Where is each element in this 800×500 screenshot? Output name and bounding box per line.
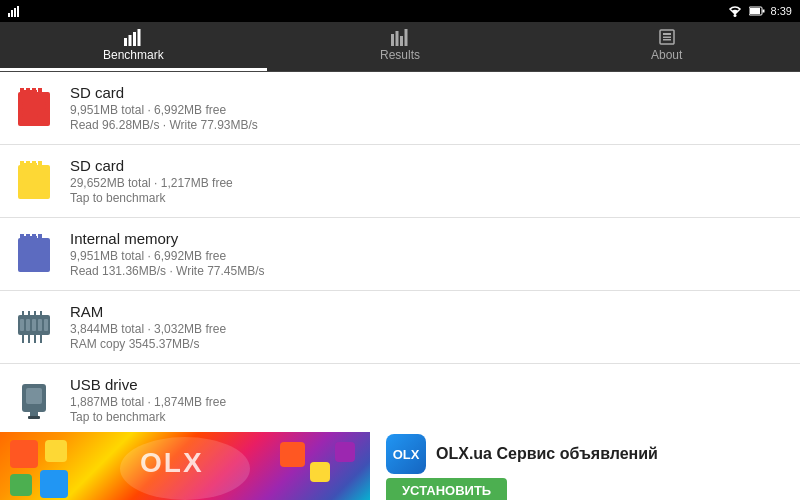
ram-text: RAM 3,844MB total · 3,032MB free RAM cop… — [70, 303, 784, 351]
svg-rect-60 — [38, 319, 42, 331]
about-icon — [658, 28, 676, 46]
sd-card-2-icon — [16, 161, 56, 201]
ad-logo-circle: OLX — [386, 434, 426, 474]
tab-bar: Benchmark Results About — [0, 22, 800, 72]
list-item-internal-memory[interactable]: Internal memory 9,951MB total · 6,992MB … — [0, 218, 800, 291]
svg-rect-42 — [34, 163, 37, 171]
svg-rect-40 — [24, 163, 27, 171]
svg-rect-38 — [22, 181, 46, 184]
svg-rect-59 — [32, 319, 36, 331]
results-icon — [390, 28, 410, 46]
svg-rect-18 — [663, 37, 671, 39]
svg-rect-17 — [663, 33, 671, 35]
svg-rect-63 — [28, 335, 30, 343]
ad-left-artwork: OLX — [0, 432, 370, 500]
ram-icon — [16, 307, 56, 347]
sd-card-1-icon — [16, 88, 56, 128]
svg-rect-53 — [29, 236, 32, 244]
svg-rect-12 — [391, 34, 394, 46]
ad-logo-text: OLX — [393, 447, 420, 462]
ram-subtitle: 3,844MB total · 3,032MB free — [70, 322, 784, 336]
svg-rect-0 — [8, 13, 10, 17]
sd-card-2-text: SD card 29,652MB total · 1,217MB free Ta… — [70, 157, 784, 205]
svg-rect-64 — [34, 335, 36, 343]
ad-banner[interactable]: OLX OLX OLX.ua Сервис объявлений УСТАНОВ… — [0, 432, 800, 500]
results-tab-label: Results — [380, 48, 420, 62]
svg-rect-7 — [762, 10, 764, 13]
svg-rect-13 — [396, 31, 399, 46]
ad-right-content: OLX OLX.ua Сервис объявлений УСТАНОВИТЬ — [370, 432, 800, 500]
svg-rect-50 — [22, 254, 46, 257]
time-display: 8:39 — [771, 5, 792, 17]
svg-rect-65 — [40, 335, 42, 343]
svg-point-4 — [733, 14, 736, 17]
signal-icon — [8, 5, 22, 17]
svg-rect-37 — [22, 175, 46, 178]
usb-drive-text: USB drive 1,887MB total · 1,874MB free T… — [70, 376, 784, 424]
list-item-ram[interactable]: RAM 3,844MB total · 3,032MB free RAM cop… — [0, 291, 800, 364]
svg-rect-43 — [39, 163, 42, 171]
svg-rect-58 — [26, 319, 30, 331]
tab-benchmark[interactable]: Benchmark — [0, 22, 267, 71]
list-item-sd-card-2[interactable]: SD card 29,652MB total · 1,217MB free Ta… — [0, 145, 800, 218]
internal-memory-subtitle: 9,951MB total · 6,992MB free — [70, 249, 784, 263]
svg-rect-41 — [29, 163, 32, 171]
svg-rect-54 — [34, 236, 37, 244]
svg-rect-27 — [22, 114, 38, 117]
svg-rect-39 — [22, 187, 38, 190]
svg-rect-73 — [28, 416, 40, 419]
status-bar-right: 8:39 — [727, 5, 792, 17]
svg-rect-67 — [28, 311, 30, 315]
sd-card-2-title: SD card — [70, 157, 784, 174]
tab-about[interactable]: About — [533, 22, 800, 71]
sd-card-1-subtitle: 9,951MB total · 6,992MB free — [70, 103, 784, 117]
usb-drive-detail: Tap to benchmark — [70, 410, 784, 424]
ad-install-button[interactable]: УСТАНОВИТЬ — [386, 478, 507, 500]
list-item-sd-card-1[interactable]: SD card 9,951MB total · 6,992MB free Rea… — [0, 72, 800, 145]
benchmark-tab-label: Benchmark — [103, 48, 164, 62]
svg-rect-3 — [17, 6, 19, 17]
internal-memory-title: Internal memory — [70, 230, 784, 247]
usb-drive-title: USB drive — [70, 376, 784, 393]
svg-rect-6 — [750, 8, 760, 14]
benchmark-icon — [123, 28, 143, 46]
svg-rect-28 — [24, 90, 27, 98]
usb-drive-subtitle: 1,887MB total · 1,874MB free — [70, 395, 784, 409]
svg-rect-10 — [133, 32, 136, 46]
ad-logo: OLX OLX.ua Сервис объявлений — [386, 434, 658, 474]
sd-card-1-text: SD card 9,951MB total · 6,992MB free Rea… — [70, 84, 784, 132]
svg-rect-31 — [39, 90, 42, 98]
svg-rect-45 — [20, 234, 24, 244]
svg-rect-21 — [20, 88, 24, 98]
usb-drive-icon — [16, 380, 56, 420]
svg-rect-29 — [29, 90, 32, 98]
svg-rect-69 — [40, 311, 42, 315]
svg-rect-51 — [22, 260, 38, 263]
svg-rect-55 — [39, 236, 42, 244]
internal-memory-icon — [16, 234, 56, 274]
status-bar: 8:39 — [0, 0, 800, 22]
sd-card-1-detail: Read 96.28MB/s · Write 77.93MB/s — [70, 118, 784, 132]
svg-rect-49 — [22, 248, 46, 251]
ram-detail: RAM copy 3545.37MB/s — [70, 337, 784, 351]
sd-card-2-detail: Tap to benchmark — [70, 191, 784, 205]
ram-title: RAM — [70, 303, 784, 320]
svg-rect-15 — [405, 29, 408, 46]
svg-rect-2 — [14, 8, 16, 17]
svg-rect-68 — [34, 311, 36, 315]
svg-rect-9 — [129, 35, 132, 46]
svg-rect-8 — [124, 38, 127, 46]
svg-rect-52 — [24, 236, 27, 244]
svg-rect-33 — [20, 161, 24, 171]
svg-rect-62 — [22, 335, 24, 343]
tab-results[interactable]: Results — [267, 22, 534, 71]
svg-rect-11 — [138, 29, 141, 46]
svg-rect-25 — [22, 102, 46, 105]
internal-memory-text: Internal memory 9,951MB total · 6,992MB … — [70, 230, 784, 278]
svg-rect-30 — [34, 90, 37, 98]
sd-card-2-subtitle: 29,652MB total · 1,217MB free — [70, 176, 784, 190]
list-item-usb-drive[interactable]: USB drive 1,887MB total · 1,874MB free T… — [0, 364, 800, 432]
sd-card-1-title: SD card — [70, 84, 784, 101]
svg-rect-61 — [44, 319, 48, 331]
svg-rect-1 — [11, 10, 13, 17]
